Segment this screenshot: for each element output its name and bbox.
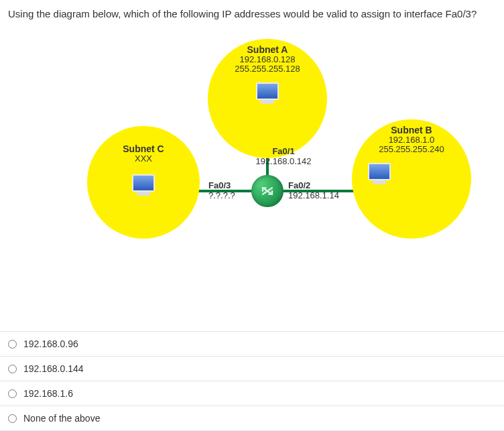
subnet-c: Subnet C XXX <box>87 126 200 239</box>
radio-b[interactable] <box>8 365 17 373</box>
iface-fa03-ip: ?.?.?.? <box>208 190 250 201</box>
network-diagram: Subnet A 192.168.0.128 255.255.255.128 S… <box>0 22 504 290</box>
iface-fa01-ip: 192.168.0.142 <box>247 156 320 167</box>
radio-a[interactable] <box>8 340 17 349</box>
subnet-c-title: Subnet C <box>123 143 164 154</box>
iface-fa02-ip: 192.168.1.14 <box>288 190 362 201</box>
answer-option-a[interactable]: 192.168.0.96 <box>0 331 504 356</box>
subnet-a-title: Subnet A <box>247 44 288 55</box>
router-icon <box>251 175 284 207</box>
iface-fa03-name: Fa0/3 <box>208 180 250 191</box>
subnet-a-mask: 255.255.255.128 <box>235 64 300 74</box>
answer-c-label: 192.168.1.6 <box>23 388 73 399</box>
iface-fa03: Fa0/3 ?.?.?.? <box>208 180 250 201</box>
iface-fa01: Fa0/1 192.168.0.142 <box>247 146 320 167</box>
router-arrows-icon <box>258 182 277 200</box>
question-text: Using the diagram below, which of the fo… <box>0 0 504 22</box>
iface-fa01-name: Fa0/1 <box>247 146 320 157</box>
subnet-a-net: 192.168.0.128 <box>235 55 300 65</box>
subnet-c-net: XXX <box>135 154 152 164</box>
subnet-b-title: Subnet B <box>391 125 432 135</box>
radio-c[interactable] <box>8 389 17 398</box>
subnet-b-mask: 255.255.255.240 <box>379 145 444 155</box>
computer-icon <box>368 163 391 180</box>
answer-option-b[interactable]: 192.168.0.144 <box>0 356 504 381</box>
computer-icon <box>256 82 279 100</box>
radio-d[interactable] <box>8 414 17 423</box>
answer-list: 192.168.0.96 192.168.0.144 192.168.1.6 N… <box>0 331 504 431</box>
subnet-a: Subnet A 192.168.0.128 255.255.255.128 <box>208 39 327 158</box>
subnet-b-net: 192.168.1.0 <box>379 135 444 145</box>
answer-b-label: 192.168.0.144 <box>23 363 84 374</box>
iface-fa02-name: Fa0/2 <box>288 180 362 191</box>
iface-fa02: Fa0/2 192.168.1.14 <box>288 180 362 201</box>
answer-option-d[interactable]: None of the above <box>0 406 504 431</box>
computer-icon <box>132 174 155 192</box>
answer-a-label: 192.168.0.96 <box>23 338 78 349</box>
answer-d-label: None of the above <box>23 413 100 424</box>
answer-option-c[interactable]: 192.168.1.6 <box>0 381 504 406</box>
subnet-b: Subnet B 192.168.1.0 255.255.255.240 <box>352 119 471 239</box>
